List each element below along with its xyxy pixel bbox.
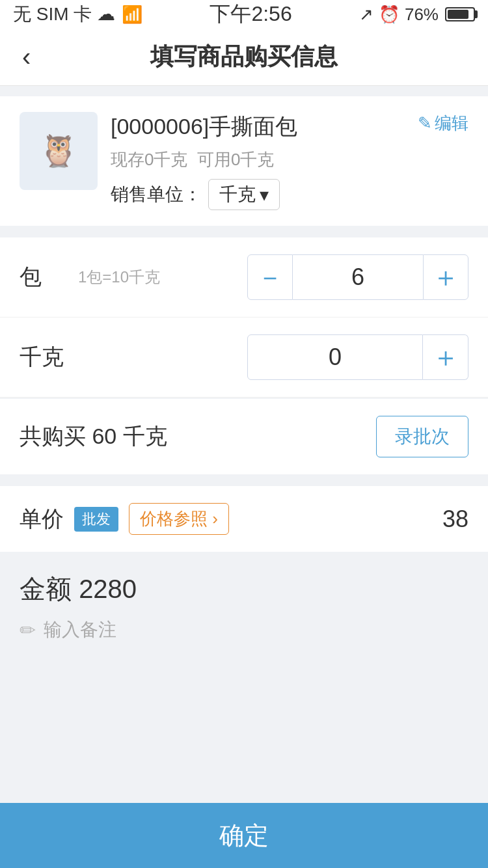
product-name: [0000006]手撕面包: [111, 112, 468, 142]
note-row[interactable]: ✏ 输入备注: [20, 617, 468, 642]
confirm-button[interactable]: 确定: [0, 803, 488, 868]
sim-label: 无 SIM 卡 ☁: [13, 2, 115, 27]
product-section: 🦉 [0000006]手撕面包 现存0千克 可用0千克 销售单位： 千克 ▾: [0, 96, 488, 226]
product-stock: 现存0千克 可用0千克: [111, 148, 468, 171]
package-hint: 1包=10千克: [78, 267, 247, 288]
location-icon: ↗: [359, 5, 373, 25]
kg-label: 千克: [20, 342, 72, 372]
status-left: 无 SIM 卡 ☁ 📶: [13, 2, 142, 27]
price-label: 单价: [20, 504, 64, 534]
section-divider-2: [0, 474, 488, 485]
chevron-down-icon: ▾: [260, 184, 269, 206]
alarm-icon: ⏰: [379, 5, 400, 25]
package-plus-button[interactable]: ＋: [423, 254, 468, 300]
kg-qty-controls: ＋: [247, 334, 468, 380]
price-ref-button[interactable]: 价格参照 ›: [129, 503, 229, 535]
edit-button[interactable]: ✎ 编辑: [418, 112, 468, 135]
package-qty-input[interactable]: [293, 254, 423, 300]
section-divider-1: [0, 226, 488, 236]
unit-select[interactable]: 千克 ▾: [208, 179, 280, 210]
pencil-icon: ✏: [20, 619, 36, 642]
kg-plus-button[interactable]: ＋: [423, 334, 468, 380]
main-content: 🦉 [0000006]手撕面包 现存0千克 可用0千克 销售单位： 千克 ▾: [0, 96, 488, 714]
battery-icon: [445, 7, 475, 21]
product-unit-row: 销售单位： 千克 ▾: [111, 179, 468, 210]
battery-percent: 76%: [405, 5, 439, 25]
total-label: 共购买 60 千克: [20, 422, 167, 452]
package-qty-section: 包 1包=10千克 － ＋ 千克 ＋: [0, 237, 488, 398]
amount-section: 金额 2280 ✏ 输入备注: [0, 552, 488, 649]
package-minus-button[interactable]: －: [247, 254, 293, 300]
status-time: 下午2:56: [210, 0, 291, 29]
product-info: [0000006]手撕面包 现存0千克 可用0千克 销售单位： 千克 ▾: [111, 112, 468, 210]
page-title: 填写商品购买信息: [150, 41, 338, 73]
status-right: ↗ ⏰ 76%: [359, 5, 475, 25]
batch-button[interactable]: 录批次: [376, 416, 468, 457]
package-qty-controls: － ＋: [247, 254, 468, 300]
total-section: 共购买 60 千克 录批次: [0, 399, 488, 474]
package-label: 包: [20, 262, 72, 292]
note-placeholder: 输入备注: [44, 617, 116, 642]
edit-icon: ✎: [418, 113, 432, 133]
amount-row: 金额 2280: [20, 571, 468, 607]
product-logo-icon: 🦉: [39, 133, 78, 169]
nav-bar: ‹ 填写商品购买信息: [0, 29, 488, 86]
price-section: 单价 批发 价格参照 › 38: [0, 486, 488, 552]
product-image: 🦉: [20, 112, 98, 190]
back-button[interactable]: ‹: [16, 36, 37, 78]
price-value: 38: [442, 506, 468, 533]
wifi-icon: 📶: [122, 5, 142, 25]
kg-qty-row: 千克 ＋: [0, 318, 488, 398]
package-qty-row: 包 1包=10千克 － ＋: [0, 237, 488, 318]
unit-label: 销售单位：: [111, 182, 202, 207]
price-tag: 批发: [74, 507, 118, 532]
status-bar: 无 SIM 卡 ☁ 📶 下午2:56 ↗ ⏰ 76%: [0, 0, 488, 29]
kg-qty-input[interactable]: [247, 334, 423, 380]
